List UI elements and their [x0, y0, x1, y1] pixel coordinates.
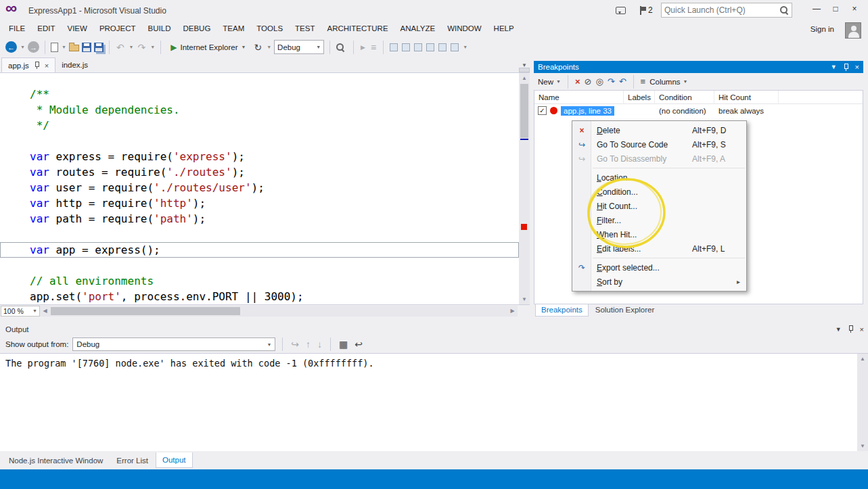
code-line-6[interactable]: var routes = require('./routes');	[0, 164, 519, 180]
sign-in-link[interactable]: Sign in	[810, 25, 834, 33]
maximize-button[interactable]: □	[826, 4, 845, 14]
columns-dropdown[interactable]: Columns ▼	[649, 78, 687, 86]
code-line-11[interactable]: var app = express();	[0, 242, 519, 258]
menu-debug[interactable]: DEBUG	[177, 22, 216, 35]
code-line-12[interactable]	[0, 258, 519, 273]
previous-bookmark-button[interactable]	[402, 43, 410, 51]
scroll-up-icon[interactable]: ▲	[519, 73, 530, 83]
panel-tab-breakpoints[interactable]: Breakpoints	[535, 304, 589, 317]
menu-test[interactable]: TEST	[289, 22, 321, 35]
context-menu-item-edit-labels[interactable]: Edit labels...Alt+F9, L	[572, 241, 746, 256]
window-position-icon[interactable]: ▼	[836, 326, 842, 333]
new-file-button[interactable]	[51, 43, 58, 52]
column-header-hit-count[interactable]: Hit Count	[714, 91, 779, 104]
export-breakpoints-button[interactable]: ↷	[608, 76, 615, 87]
clear-bookmarks-button[interactable]	[451, 43, 459, 51]
breakpoint-enabled-checkbox[interactable]: ✓	[538, 106, 547, 115]
new-breakpoint-dropdown[interactable]: New ▼	[538, 78, 561, 86]
menu-build[interactable]: BUILD	[142, 22, 177, 35]
code-line-14[interactable]: app.set('port', process.env.PORT || 3000…	[0, 289, 519, 304]
save-button[interactable]	[82, 43, 91, 52]
code-line-8[interactable]: var http = require('http');	[0, 195, 519, 211]
context-menu-item-filter[interactable]: Filter...	[572, 213, 746, 227]
menu-team[interactable]: TEAM	[216, 22, 250, 35]
bottom-tab-error-list[interactable]: Error List	[110, 453, 154, 468]
quick-launch-input[interactable]	[662, 5, 779, 15]
find-in-files-button[interactable]	[336, 43, 345, 52]
search-icon[interactable]	[779, 5, 789, 15]
context-menu-item-hit-count[interactable]: Hit Count...	[572, 199, 746, 213]
minimize-button[interactable]: —	[807, 4, 826, 14]
next-message-button[interactable]: ↓	[316, 339, 323, 350]
navigate-forward-button[interactable]: →	[28, 41, 39, 53]
code-line-1[interactable]: /**	[0, 87, 519, 102]
menu-architecture[interactable]: ARCHITECTURE	[321, 22, 394, 35]
scroll-right-icon[interactable]: ▶	[507, 306, 518, 317]
code-line-2[interactable]: * Module dependencies.	[0, 102, 519, 118]
columns-settings-icon[interactable]: ≡	[641, 76, 646, 87]
menu-edit[interactable]: EDIT	[31, 22, 61, 35]
close-icon[interactable]: ×	[855, 63, 859, 71]
editor-vertical-scrollbar[interactable]: ▲ ▼	[519, 73, 530, 304]
pin-icon[interactable]	[34, 61, 40, 70]
editor-horizontal-scrollbar[interactable]: ◀ ▶	[40, 306, 518, 317]
context-menu-item-when-hit[interactable]: When Hit...	[572, 227, 746, 241]
horizontal-scroll-thumb[interactable]	[51, 307, 240, 315]
panel-tab-solution-explorer[interactable]: Solution Explorer	[590, 304, 660, 317]
toolbar-options-icon[interactable]: ▼	[463, 45, 467, 49]
code-line-4[interactable]	[0, 133, 519, 149]
scroll-up-icon[interactable]: ▲	[857, 354, 868, 364]
redo-dropdown-icon[interactable]: ▼	[150, 45, 155, 49]
find-next-button[interactable]: ▶	[359, 44, 367, 51]
breakpoints-title-bar[interactable]: Breakpoints ▼ ×	[534, 61, 863, 73]
editor-tab-index-js[interactable]: index.js	[55, 57, 94, 72]
browser-dropdown-icon[interactable]: ▼	[241, 45, 246, 49]
code-line-3[interactable]: */	[0, 118, 519, 133]
output-source-select[interactable]: Debug ▼	[72, 337, 275, 351]
previous-bookmark-in-folder-button[interactable]	[426, 43, 434, 51]
column-header-name[interactable]: Name	[534, 91, 624, 104]
next-bookmark-in-folder-button[interactable]	[438, 43, 447, 51]
editor-splitter-handle[interactable]	[519, 68, 530, 72]
column-header-condition[interactable]: Condition	[655, 91, 714, 104]
zoom-select[interactable]: 100 % ▼	[1, 306, 40, 317]
menu-view[interactable]: VIEW	[62, 22, 93, 35]
save-all-button[interactable]	[94, 43, 104, 52]
bottom-tab-node-js-interactive-window[interactable]: Node.js Interactive Window	[3, 453, 109, 468]
import-breakpoints-button[interactable]: ↶	[619, 76, 626, 87]
menu-tools[interactable]: TOOLS	[250, 22, 289, 35]
context-menu-item-export-selected[interactable]: ↷Export selected...	[572, 260, 746, 275]
menu-window[interactable]: WINDOW	[441, 22, 487, 35]
pin-icon[interactable]	[843, 63, 849, 72]
find-message-in-code-button[interactable]: ↪	[290, 339, 300, 350]
context-menu-item-sort-by[interactable]: Sort by▸	[572, 275, 746, 289]
context-menu-item-condition[interactable]: Condition...	[572, 185, 746, 199]
context-menu-item-delete[interactable]: ×DeleteAlt+F9, D	[572, 123, 746, 137]
notifications-button[interactable]: 2	[639, 5, 653, 15]
navigate-backward-button[interactable]: ←	[5, 41, 17, 53]
close-icon[interactable]: ×	[45, 62, 49, 70]
bottom-tab-output[interactable]: Output	[156, 452, 193, 468]
menu-file[interactable]: FILE	[3, 22, 31, 35]
open-file-button[interactable]	[69, 45, 79, 51]
toggle-bookmark-button[interactable]	[390, 43, 398, 51]
clear-all-button[interactable]: ▦	[338, 339, 349, 350]
find-options-button[interactable]: ≡	[369, 42, 378, 53]
context-menu-item-location[interactable]: Location...	[572, 170, 746, 185]
menu-analyze[interactable]: ANALYZE	[394, 22, 442, 35]
refresh-dropdown-icon[interactable]: ▼	[267, 45, 271, 49]
context-menu-item-go-to-source-code[interactable]: ↪Go To Source CodeAlt+F9, S	[572, 137, 746, 152]
code-line-7[interactable]: var user = require('./routes/user');	[0, 180, 519, 195]
toggle-word-wrap-button[interactable]: ↩	[353, 339, 364, 350]
pin-icon[interactable]	[848, 325, 854, 333]
output-header[interactable]: Output ▼ ×	[0, 323, 868, 335]
menu-help[interactable]: HELP	[488, 22, 520, 35]
feedback-button[interactable]	[616, 7, 626, 16]
start-debugging-button[interactable]: ▶ Internet Explorer ▼	[166, 41, 250, 53]
code-line-13[interactable]: // all environments	[0, 273, 519, 289]
delete-breakpoint-button[interactable]: ×	[575, 76, 580, 87]
menu-project[interactable]: PROJECT	[93, 22, 142, 35]
previous-message-button[interactable]: ↑	[304, 339, 312, 350]
disable-all-breakpoints-button[interactable]: ⊘	[585, 76, 592, 87]
redo-button[interactable]: ↷	[137, 42, 147, 53]
